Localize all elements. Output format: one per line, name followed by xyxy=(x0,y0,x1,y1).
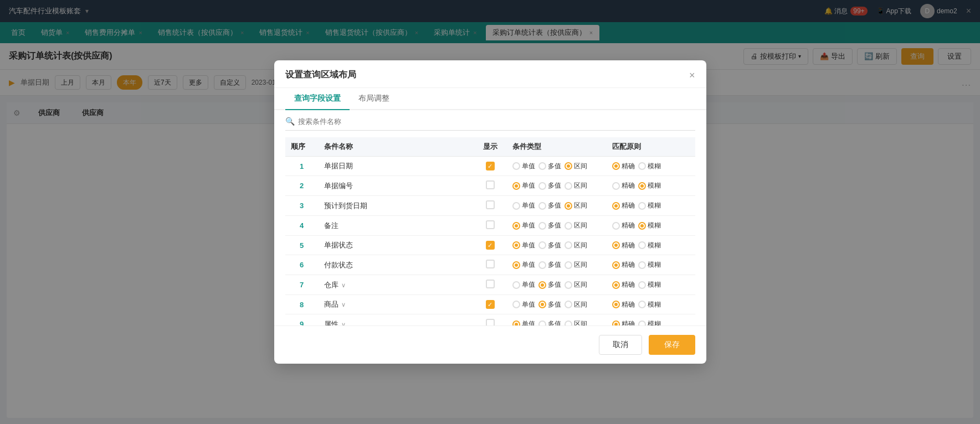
search-icon: 🔍 xyxy=(285,117,295,126)
match-radio-group: 精确 模糊 xyxy=(612,181,690,190)
match-exact[interactable]: 精确 xyxy=(612,221,635,230)
type-radio-group: 单值 多值 区间 xyxy=(512,201,601,210)
match-radio-group: 精确 模糊 xyxy=(612,162,690,171)
search-input[interactable] xyxy=(298,117,695,126)
type-multi[interactable]: 多值 xyxy=(538,319,561,325)
tab-query-fields[interactable]: 查询字段设置 xyxy=(285,88,350,110)
type-range[interactable]: 区间 xyxy=(565,319,587,325)
cell-display[interactable] xyxy=(474,157,507,176)
table-row: 2单据编号 单值 多值 区间 精确 xyxy=(285,176,695,196)
match-exact[interactable]: 精确 xyxy=(612,280,635,289)
match-exact[interactable]: 精确 xyxy=(612,181,635,190)
cell-display[interactable] xyxy=(474,216,507,236)
display-checkbox[interactable] xyxy=(486,260,495,268)
display-checkbox[interactable] xyxy=(486,162,495,170)
cell-display[interactable] xyxy=(474,275,507,295)
match-fuzzy[interactable]: 模糊 xyxy=(638,319,661,325)
type-multi[interactable]: 多值 xyxy=(538,201,561,210)
match-exact[interactable]: 精确 xyxy=(612,241,635,250)
display-checkbox[interactable] xyxy=(486,180,495,189)
type-single[interactable]: 单值 xyxy=(512,300,535,309)
display-checkbox[interactable] xyxy=(486,200,495,209)
radio-single-circle xyxy=(512,162,520,170)
display-checkbox[interactable] xyxy=(486,319,495,325)
radio-fuzzy-circle xyxy=(638,301,646,308)
name-dropdown-arrow[interactable]: ∨ xyxy=(341,321,346,326)
display-checkbox[interactable] xyxy=(486,220,495,229)
type-single[interactable]: 单值 xyxy=(512,201,535,210)
radio-single-circle xyxy=(512,281,520,289)
match-fuzzy[interactable]: 模糊 xyxy=(638,181,661,190)
radio-exact-circle xyxy=(612,320,620,326)
type-multi[interactable]: 多值 xyxy=(538,241,561,250)
cell-type: 单值 多值 区间 xyxy=(507,255,607,275)
type-multi[interactable]: 多值 xyxy=(538,260,561,270)
type-single[interactable]: 单值 xyxy=(512,221,535,230)
match-exact[interactable]: 精确 xyxy=(612,319,635,325)
type-multi[interactable]: 多值 xyxy=(538,162,561,171)
match-fuzzy[interactable]: 模糊 xyxy=(638,162,661,171)
match-fuzzy[interactable]: 模糊 xyxy=(638,241,661,250)
cell-display[interactable] xyxy=(474,255,507,275)
type-radio-group: 单值 多值 区间 xyxy=(512,280,601,289)
match-fuzzy[interactable]: 模糊 xyxy=(638,201,661,210)
cell-display[interactable] xyxy=(474,236,507,255)
display-checkbox[interactable] xyxy=(486,300,495,309)
match-fuzzy[interactable]: 模糊 xyxy=(638,300,661,309)
radio-exact-circle xyxy=(612,261,620,269)
table-row: 8商品 ∨ 单值 多值 区间 精确 xyxy=(285,295,695,314)
table-row: 9属性 ∨ 单值 多值 区间 精确 xyxy=(285,314,695,326)
type-multi[interactable]: 多值 xyxy=(538,280,561,289)
name-dropdown-arrow[interactable]: ∨ xyxy=(341,301,346,308)
match-exact[interactable]: 精确 xyxy=(612,300,635,309)
type-range[interactable]: 区间 xyxy=(565,221,587,230)
radio-fuzzy-circle xyxy=(638,261,646,269)
type-single[interactable]: 单值 xyxy=(512,241,535,250)
table-row: 7仓库 ∨ 单值 多值 区间 精确 xyxy=(285,275,695,295)
display-checkbox[interactable] xyxy=(486,241,495,250)
cell-type: 单值 多值 区间 xyxy=(507,176,607,196)
type-multi[interactable]: 多值 xyxy=(538,300,561,309)
radio-multi-circle xyxy=(538,162,546,170)
type-single[interactable]: 单值 xyxy=(512,181,535,190)
radio-fuzzy-circle xyxy=(638,241,646,249)
match-exact[interactable]: 精确 xyxy=(612,201,635,210)
save-btn[interactable]: 保存 xyxy=(649,335,695,355)
type-range[interactable]: 区间 xyxy=(565,241,587,250)
match-radio-group: 精确 模糊 xyxy=(612,260,690,270)
cell-display[interactable] xyxy=(474,295,507,314)
type-single[interactable]: 单值 xyxy=(512,260,535,270)
match-exact[interactable]: 精确 xyxy=(612,162,635,171)
cell-order: 1 xyxy=(285,157,319,176)
name-dropdown-arrow[interactable]: ∨ xyxy=(341,282,346,288)
cell-display[interactable] xyxy=(474,176,507,196)
match-fuzzy[interactable]: 模糊 xyxy=(638,280,661,289)
cell-display[interactable] xyxy=(474,196,507,216)
type-radio-group: 单值 多值 区间 xyxy=(512,260,601,270)
type-range[interactable]: 区间 xyxy=(565,201,587,210)
type-single[interactable]: 单值 xyxy=(512,319,535,325)
radio-fuzzy-circle xyxy=(638,281,646,289)
type-single[interactable]: 单值 xyxy=(512,280,535,289)
type-range[interactable]: 区间 xyxy=(565,162,587,171)
type-single[interactable]: 单值 xyxy=(512,162,535,171)
match-exact[interactable]: 精确 xyxy=(612,260,635,270)
dialog-title: 设置查询区域布局 xyxy=(285,69,356,81)
match-fuzzy[interactable]: 模糊 xyxy=(638,260,661,270)
type-range[interactable]: 区间 xyxy=(565,300,587,309)
radio-range-circle xyxy=(565,281,572,289)
type-multi[interactable]: 多值 xyxy=(538,221,561,230)
cancel-btn[interactable]: 取消 xyxy=(599,335,642,355)
cell-order: 2 xyxy=(285,176,319,196)
cell-match: 精确 模糊 xyxy=(607,255,695,275)
cell-display[interactable] xyxy=(474,314,507,326)
dialog-close-btn[interactable]: × xyxy=(689,70,695,80)
type-multi[interactable]: 多值 xyxy=(538,181,561,190)
display-checkbox[interactable] xyxy=(486,280,495,288)
type-range[interactable]: 区间 xyxy=(565,181,587,190)
match-fuzzy[interactable]: 模糊 xyxy=(638,221,661,230)
tab-layout[interactable]: 布局调整 xyxy=(350,88,398,110)
type-range[interactable]: 区间 xyxy=(565,280,587,289)
type-range[interactable]: 区间 xyxy=(565,260,587,270)
cell-order: 9 xyxy=(285,314,319,326)
